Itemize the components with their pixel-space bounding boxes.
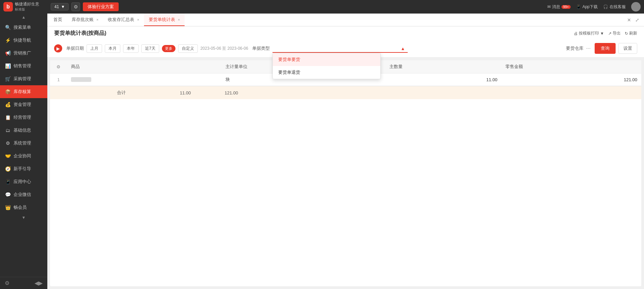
date-btn-more[interactable]: 更多 <box>162 45 175 52</box>
sidebar: ▲ 🔍 搜索菜单 ⚡ 快捷导航 📢 营销推广 📊 销售管理 🛒 采购管理 📦 库… <box>0 14 47 289</box>
app-download-btn[interactable]: 📱 App下载 <box>576 4 598 10</box>
sidebar-collapse-icon[interactable]: ◀▶ <box>34 280 43 286</box>
footer-quantity: 11.00 <box>180 90 191 95</box>
basic-icon: 🗂 <box>5 127 11 133</box>
col-goods: 商品 <box>67 60 221 73</box>
dropdown-item-0[interactable]: 要货单要货 <box>273 53 380 66</box>
sidebar-item-app-center[interactable]: 📱 应用中心 <box>0 175 47 188</box>
dropdown-item-1[interactable]: 要货单退货 <box>273 66 380 79</box>
tab-recv-summary-close[interactable]: × <box>137 18 139 22</box>
message-badge[interactable]: ✉ 消息 99+ <box>547 4 571 10</box>
sidebar-scroll-up[interactable]: ▲ <box>0 14 47 21</box>
date-btn-custom[interactable]: 自定义 <box>178 44 198 53</box>
sidebar-item-quick-nav[interactable]: ⚡ 快捷导航 <box>0 34 47 47</box>
wechat-icon: 💬 <box>5 192 11 198</box>
top-header: b 畅捷通好生意 标准版 41 ▼ ⚙ 体验行业方案 ✉ 消息 99+ 📱 Ap… <box>0 0 644 14</box>
goods-blurred <box>71 77 91 82</box>
main-layout: ▲ 🔍 搜索菜单 ⚡ 快捷导航 📢 营销推广 📊 销售管理 🛒 采购管理 📦 库… <box>0 14 644 289</box>
header-right: ✉ 消息 99+ 📱 App下载 🎧 在线客服 <box>547 2 641 12</box>
tab-restore-icon[interactable]: ⤢ <box>634 17 641 23</box>
sidebar-item-operation[interactable]: 📋 经营管理 <box>0 111 47 124</box>
type-input[interactable] <box>272 44 408 53</box>
tab-batch-account-close[interactable]: × <box>96 18 98 22</box>
sidebar-item-vip[interactable]: 👑 畅会员 <box>0 201 47 214</box>
purchase-icon: 🛒 <box>5 76 11 82</box>
tab-recv-summary[interactable]: 收发存汇总表 × <box>103 14 144 26</box>
date-btn-this-year[interactable]: 本年 <box>123 44 139 53</box>
online-service-btn[interactable]: 🎧 在线客服 <box>603 4 626 10</box>
sidebar-item-system[interactable]: ⚙ 系统管理 <box>0 137 47 150</box>
row-num: 1 <box>50 73 67 86</box>
app-tag: 标准版 <box>15 7 39 12</box>
date-btn-7days[interactable]: 近7天 <box>141 44 159 53</box>
query-button[interactable]: 查询 <box>595 43 616 54</box>
header-center: 41 ▼ ⚙ 体验行业方案 <box>51 2 547 11</box>
row-sale-amount: 121.00 <box>501 73 641 86</box>
date-btn-last-month[interactable]: 上月 <box>87 44 102 53</box>
settings-button[interactable]: 设置 <box>618 43 637 54</box>
sidebar-label-wechat: 企业微信 <box>14 192 31 198</box>
filter-actions: 查询 设置 <box>595 43 637 54</box>
sidebar-item-sales[interactable]: 📊 销售管理 <box>0 60 47 72</box>
sidebar-item-finance[interactable]: 💰 资金管理 <box>0 98 47 111</box>
page-actions: 🖨 按模板打印 ▼ ↗ 导出 ↻ 刷新 <box>574 30 637 36</box>
sidebar-settings-icon[interactable]: ⚙ <box>5 280 9 286</box>
sidebar-item-purchase[interactable]: 🛒 采购管理 <box>0 72 47 85</box>
sidebar-label-enterprise: 企业协同 <box>14 153 31 159</box>
refresh-label: 刷新 <box>629 30 637 36</box>
sales-icon: 📊 <box>5 63 11 69</box>
date-btn-this-month[interactable]: 本月 <box>105 44 120 53</box>
row-goods <box>67 73 221 86</box>
avatar[interactable] <box>631 2 641 12</box>
service-icon: 🎧 <box>603 4 608 9</box>
print-dropdown-icon: ▼ <box>600 31 604 36</box>
sidebar-item-wechat[interactable]: 💬 企业微信 <box>0 188 47 201</box>
sidebar-label-quick-nav: 快捷导航 <box>14 37 31 43</box>
warehouse-dots-icon[interactable]: ··· <box>586 45 591 51</box>
tab-bar: 首页 库存批次账 × 收发存汇总表 × 要货单统计表 × ✕ ⤢ <box>47 14 644 26</box>
sidebar-footer: ⚙ ◀▶ <box>0 277 47 289</box>
tab-close-all-icon[interactable]: ✕ <box>626 17 633 23</box>
message-icon: ✉ <box>547 4 551 9</box>
app-download-label: App下载 <box>582 4 598 10</box>
page-title: 要货单统计表(按商品) <box>54 30 106 37</box>
branch-num: 41 <box>54 4 59 9</box>
export-action[interactable]: ↗ 导出 <box>608 30 621 36</box>
logo-area: b 畅捷通好生意 标准版 <box>3 2 51 12</box>
marketing-icon: 📢 <box>5 50 11 56</box>
online-service-label: 在线客服 <box>610 4 626 10</box>
footer-sale-amount: 121.00 <box>225 90 238 95</box>
print-action[interactable]: 🖨 按模板打印 ▼ <box>574 30 604 36</box>
sidebar-item-guide[interactable]: 🧭 新手引导 <box>0 162 47 175</box>
tab-batch-account[interactable]: 库存批次账 × <box>67 14 103 26</box>
type-input-arrow-icon[interactable]: ▲ <box>401 46 405 51</box>
sidebar-item-inventory[interactable]: 📦 库存核算 <box>0 85 47 98</box>
refresh-action[interactable]: ↻ 刷新 <box>625 30 637 36</box>
sidebar-scroll-down[interactable]: ▼ <box>0 214 47 221</box>
quick-nav-icon: ⚡ <box>5 37 11 43</box>
guide-icon: 🧭 <box>5 166 11 172</box>
tab-home[interactable]: 首页 <box>49 14 67 26</box>
filter-expand-button[interactable]: ▶ <box>54 44 62 52</box>
sidebar-label-guide: 新手引导 <box>14 166 31 172</box>
app-name: 畅捷通好生意 <box>15 2 39 7</box>
sidebar-item-enterprise[interactable]: 🤝 企业协同 <box>0 150 47 162</box>
tab-req-summary[interactable]: 要货单统计表 × <box>144 14 185 26</box>
col-settings[interactable]: ⚙ <box>50 60 67 73</box>
sidebar-item-basic[interactable]: 🗂 基础信息 <box>0 124 47 137</box>
gear-button[interactable]: ⚙ <box>71 2 80 11</box>
date-label: 单据日期 <box>66 45 84 51</box>
trial-button[interactable]: 体验行业方案 <box>83 2 119 11</box>
table-footer: 合计 11.00 121.00 <box>50 86 641 99</box>
tab-req-summary-close[interactable]: × <box>178 18 180 22</box>
page-header: 要货单统计表(按商品) 🖨 按模板打印 ▼ ↗ 导出 ↻ 刷新 <box>47 26 644 40</box>
sidebar-label-system: 系统管理 <box>14 140 31 146</box>
sidebar-item-marketing[interactable]: 📢 营销推广 <box>0 47 47 60</box>
sidebar-item-search[interactable]: 🔍 搜索菜单 <box>0 21 47 34</box>
col-sale-amount: 零售金额 <box>501 60 641 73</box>
branch-selector[interactable]: 41 ▼ <box>51 3 69 10</box>
footer-label: 合计 <box>117 90 126 96</box>
sidebar-label-purchase: 采购管理 <box>14 76 31 82</box>
tab-req-summary-label: 要货单统计表 <box>149 17 175 23</box>
filter-warehouse-section: 要货仓库 ··· <box>566 45 591 51</box>
